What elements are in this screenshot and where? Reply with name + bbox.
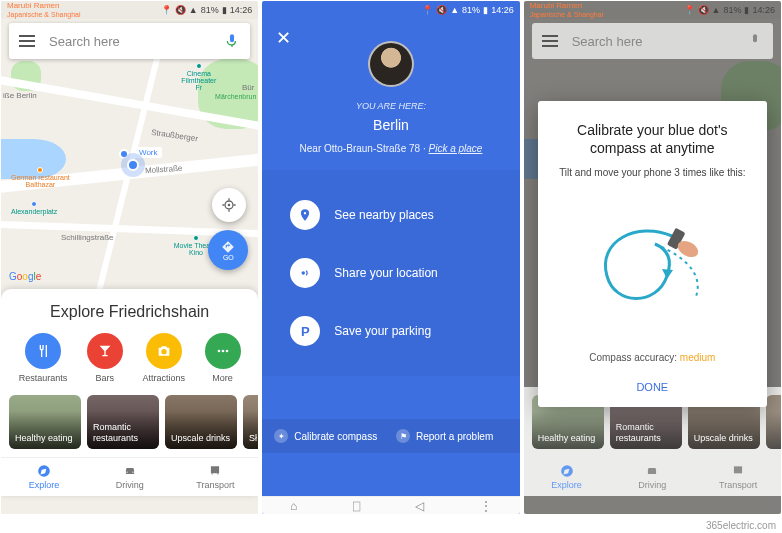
mic-icon[interactable] [747, 33, 763, 49]
you-are-here-label: YOU ARE HERE: [278, 101, 503, 111]
card-healthy-eating[interactable]: Healthy eating [9, 395, 81, 449]
svg-point-3 [221, 350, 224, 353]
camera-icon [146, 333, 182, 369]
svg-point-5 [302, 271, 306, 275]
phone-maps-explore: iße Berlin Straußberger Schillingstraße … [1, 1, 258, 514]
poi-cinema[interactable]: Cinema Filmtheater Fr [181, 63, 216, 91]
map-label: Straußberger [151, 128, 199, 143]
map-label: Schillingstraße [61, 233, 113, 242]
card-more[interactable]: Sł [243, 395, 258, 449]
figure-eight-illustration [558, 188, 747, 344]
work-pin[interactable] [119, 149, 129, 159]
report-problem-button[interactable]: ⚑Report a problem [396, 429, 508, 443]
mic-icon[interactable] [224, 33, 240, 49]
svg-point-1 [228, 204, 231, 207]
accuracy-value: medium [680, 352, 716, 363]
battery-icon: ▮ [222, 5, 227, 15]
phone-calibrate-dialog: Marubi RamenJapanische & Shanghai 📍🔇▲81%… [524, 1, 781, 514]
svg-point-4 [225, 350, 228, 353]
crosshair-icon [221, 197, 237, 213]
explore-sheet[interactable]: Explore Friedrichshain Restaurants Bars … [1, 289, 258, 496]
blue-dot-icon[interactable] [127, 159, 139, 171]
card-upscale[interactable]: Upscale drinks [165, 395, 237, 449]
close-button[interactable]: ✕ [276, 27, 291, 49]
tab-driving[interactable]: Driving [87, 458, 173, 496]
battery-text: 81% [201, 5, 219, 15]
poi-transit[interactable]: Alexanderplatz [11, 201, 57, 215]
action-parking[interactable]: PSave your parking [290, 302, 491, 360]
parking-icon: P [290, 316, 320, 346]
address-line: Near Otto-Braun-Straße 78 · Pick a place [278, 143, 503, 154]
car-icon [123, 464, 137, 478]
avatar[interactable] [368, 41, 414, 87]
mute-icon: 🔇 [175, 5, 186, 15]
wifi-icon: ▲ [189, 5, 198, 15]
action-share[interactable]: Share your location [290, 244, 491, 302]
directions-icon [221, 240, 235, 254]
compass-icon: ✦ [274, 429, 288, 443]
share-location-icon [290, 258, 320, 288]
action-nearby[interactable]: See nearby places [290, 186, 491, 244]
more-icon [205, 333, 241, 369]
phone-you-are-here: 📍🔇▲ 81%▮ 14:26 ✕ YOU ARE HERE: Berlin Ne… [262, 1, 519, 514]
pick-place-link[interactable]: Pick a place [429, 143, 483, 154]
pin-icon [290, 200, 320, 230]
flag-icon: ⚑ [396, 429, 410, 443]
svg-point-2 [217, 350, 220, 353]
hamburger-icon[interactable] [542, 35, 558, 47]
google-logo: Google [9, 271, 41, 282]
accuracy-line: Compass accuracy: medium [558, 352, 747, 363]
cocktail-icon [87, 333, 123, 369]
poi-park[interactable]: Märchenbrun [215, 93, 256, 100]
category-attractions[interactable]: Attractions [142, 333, 185, 383]
done-button[interactable]: DONE [558, 373, 747, 397]
map-label: Bür [242, 83, 254, 92]
explore-icon [37, 464, 51, 478]
work-label[interactable]: Work [135, 147, 162, 158]
tab-explore[interactable]: Explore [1, 458, 87, 496]
status-bar: Marubi RamenJapanische & Shanghai 📍 🔇 ▲ … [1, 1, 258, 19]
hamburger-icon[interactable] [19, 35, 35, 47]
search-bar[interactable]: Search here [532, 23, 773, 59]
bus-icon [208, 464, 222, 478]
category-restaurants[interactable]: Restaurants [19, 333, 68, 383]
android-navbar: ⌂⎕◁⋮ [262, 496, 519, 514]
calibrate-dialog: Calibrate your blue dot's compass at any… [538, 101, 767, 407]
go-label: GO [223, 254, 234, 261]
category-more[interactable]: More [205, 333, 241, 383]
dialog-title: Calibrate your blue dot's compass at any… [558, 121, 747, 157]
location-icon: 📍 [161, 5, 172, 15]
tab-explore: Explore [524, 458, 610, 496]
fork-knife-icon [25, 333, 61, 369]
search-bar[interactable]: Search here [9, 23, 250, 59]
map-label: iße Berlin [3, 91, 37, 100]
category-bars[interactable]: Bars [87, 333, 123, 383]
city-name: Berlin [278, 117, 503, 133]
calibrate-compass-button[interactable]: ✦Calibrate compass [274, 429, 386, 443]
status-bar: Marubi RamenJapanische & Shanghai 📍🔇▲81%… [524, 1, 781, 19]
watermark: 365electric.com [706, 520, 776, 531]
search-placeholder: Search here [572, 34, 747, 49]
dialog-subtitle: Tilt and move your phone 3 times like th… [558, 167, 747, 178]
sheet-title: Explore Friedrichshain [1, 303, 258, 321]
tab-transport: Transport [695, 458, 781, 496]
tab-driving: Driving [609, 458, 695, 496]
tab-transport[interactable]: Transport [173, 458, 259, 496]
search-placeholder: Search here [49, 34, 224, 49]
card-romantic[interactable]: Romantic restaurants [87, 395, 159, 449]
poi-restaurant[interactable]: German restaurant Balthazar [11, 167, 70, 188]
clock-text: 14:26 [230, 5, 253, 15]
status-bar: 📍🔇▲ 81%▮ 14:26 [262, 1, 519, 19]
